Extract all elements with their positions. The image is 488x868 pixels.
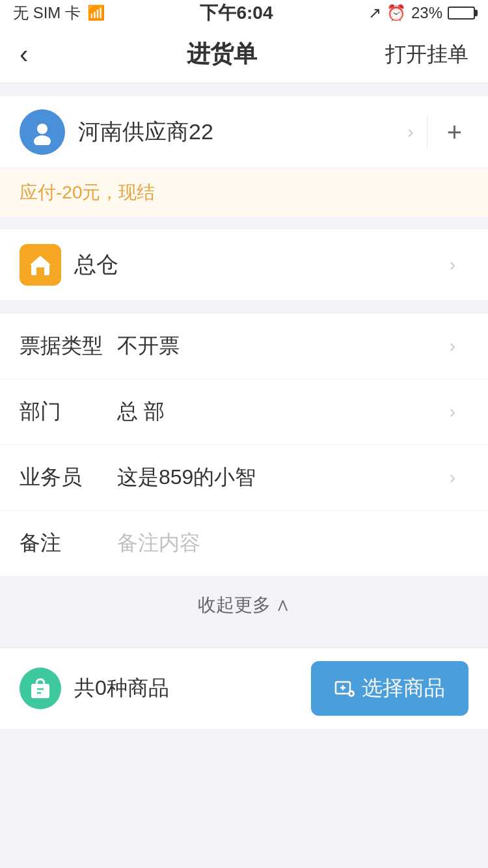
remark-input[interactable]: 备注内容 (117, 529, 468, 558)
person-icon (29, 119, 55, 145)
form-section: 票据类型 不开票 › 部门 总 部 › 业务员 这是859的小智 › 备注 备注… (0, 313, 488, 576)
mid-divider2 (0, 300, 488, 313)
select-product-button[interactable]: 选择商品 (311, 661, 468, 716)
invoice-row[interactable]: 票据类型 不开票 › (0, 313, 488, 379)
svg-point-1 (34, 135, 51, 145)
select-product-icon (334, 679, 355, 698)
battery-icon (448, 7, 475, 20)
select-product-label: 选择商品 (362, 674, 445, 703)
supplier-avatar (20, 109, 65, 155)
alarm-icon: ⏰ (386, 4, 406, 22)
location-icon: ↗ (368, 4, 381, 22)
warehouse-row[interactable]: 总仓 › (0, 230, 488, 300)
department-chevron-icon: › (450, 401, 455, 422)
nav-bar: ‹ 进货单 打开挂单 (0, 26, 488, 83)
department-row[interactable]: 部门 总 部 › (0, 379, 488, 444)
status-time: 下午6:04 (200, 1, 273, 25)
warning-banner: 应付-20元，现结 (0, 169, 488, 217)
warning-text: 应付-20元，现结 (20, 182, 155, 202)
house-icon (29, 253, 52, 277)
supplier-name: 河南供应商22 (78, 117, 407, 147)
open-pending-button[interactable]: 打开挂单 (385, 40, 468, 69)
collapse-label: 收起更多 ∧ (198, 593, 291, 617)
bottom-bar: 共0种商品 选择商品 (0, 647, 488, 729)
shopping-bag-icon (28, 676, 53, 701)
status-left: 无 SIM 卡 📶 (13, 3, 105, 23)
status-right: ↗ ⏰ 23% (368, 4, 475, 22)
warehouse-icon (20, 244, 61, 286)
supplier-divider (427, 116, 427, 148)
invoice-chevron-icon: › (450, 336, 455, 357)
salesperson-value: 这是859的小智 (117, 463, 450, 492)
invoice-value: 不开票 (117, 332, 450, 360)
collapse-button[interactable]: 收起更多 ∧ (0, 576, 488, 634)
bottom-divider (0, 634, 488, 647)
wifi-icon: 📶 (87, 5, 105, 21)
salesperson-row[interactable]: 业务员 这是859的小智 › (0, 444, 488, 510)
product-count-icon (20, 668, 61, 709)
mid-divider1 (0, 217, 488, 230)
warehouse-section: 总仓 › (0, 230, 488, 300)
department-value: 总 部 (117, 398, 450, 426)
carrier-text: 无 SIM 卡 (13, 3, 81, 23)
warehouse-name: 总仓 (74, 250, 450, 280)
supplier-chevron-icon: › (407, 122, 413, 142)
svg-rect-4 (36, 267, 44, 275)
page-title: 进货单 (187, 38, 257, 70)
salesperson-label: 业务员 (20, 463, 117, 492)
warehouse-chevron-icon: › (450, 254, 455, 275)
supplier-row[interactable]: 河南供应商22 › + (0, 96, 488, 169)
back-button[interactable]: ‹ (20, 40, 59, 69)
salesperson-chevron-icon: › (450, 467, 455, 488)
product-count-text: 共0种商品 (74, 674, 311, 703)
status-bar: 无 SIM 卡 📶 下午6:04 ↗ ⏰ 23% (0, 0, 488, 26)
remark-label: 备注 (20, 529, 117, 558)
department-label: 部门 (20, 398, 117, 426)
supplier-section: 河南供应商22 › + 应付-20元，现结 (0, 96, 488, 217)
remark-row[interactable]: 备注 备注内容 (0, 510, 488, 576)
top-divider (0, 83, 488, 96)
add-supplier-button[interactable]: + (441, 111, 468, 154)
invoice-label: 票据类型 (20, 332, 117, 360)
svg-rect-5 (31, 684, 49, 698)
svg-point-0 (37, 124, 47, 134)
svg-marker-3 (30, 256, 51, 265)
battery-text: 23% (411, 4, 442, 22)
